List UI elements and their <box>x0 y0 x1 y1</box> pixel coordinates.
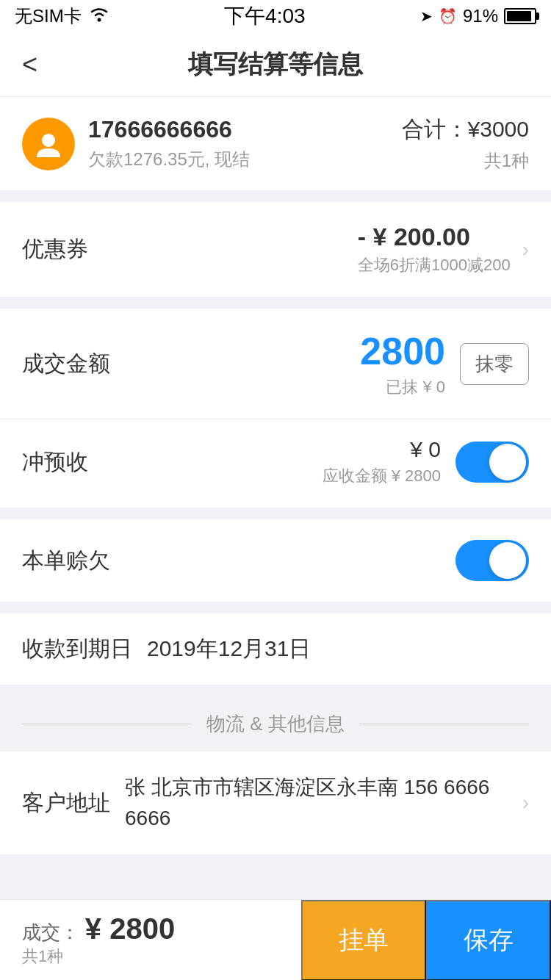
coupon-section: 优惠券 - ¥ 200.00 全场6折满1000减200 › <box>0 202 551 297</box>
transaction-amount-row: 成交金额 2800 已抹 ¥ 0 抹零 <box>0 309 551 419</box>
debt-toggle[interactable] <box>455 540 529 581</box>
transaction-sub: 已抹 ¥ 0 <box>360 376 445 398</box>
transaction-right: 2800 已抹 ¥ 0 抹零 <box>360 329 529 398</box>
status-left: 无SIM卡 <box>15 4 109 28</box>
bottom-transaction-label: 成交： <box>22 921 79 943</box>
nav-bar: < 填写结算等信息 <box>0 32 551 97</box>
alarm-icon: ⏰ <box>439 7 457 25</box>
bottom-count: 共1种 <box>22 945 279 968</box>
debt-label: 本单赊欠 <box>22 546 110 576</box>
transaction-value: 2800 <box>360 329 445 373</box>
debt-section: 本单赊欠 <box>0 519 551 602</box>
coupon-amount: - ¥ 200.00 <box>358 223 511 251</box>
page-title: 填写结算等信息 <box>188 48 363 82</box>
precollect-sub: 应收金额 ¥ 2800 <box>323 465 441 487</box>
due-date-label: 收款到期日 <box>22 634 132 664</box>
divider-line-right <box>359 724 529 724</box>
coupon-row[interactable]: 优惠券 - ¥ 200.00 全场6折满1000减200 › <box>0 202 551 297</box>
bottom-bar: 成交： ¥ 2800 共1种 挂单 保存 <box>0 899 551 980</box>
svg-point-1 <box>42 134 55 147</box>
logistics-divider: 物流 & 其他信息 <box>0 696 551 752</box>
total-amount: 合计：¥3000 <box>402 115 529 145</box>
bottom-amount: ¥ 2800 <box>85 912 175 945</box>
logistics-label: 物流 & 其他信息 <box>206 711 345 737</box>
precollect-row: 冲预收 ¥ 0 应收金额 ¥ 2800 <box>0 419 551 508</box>
avatar <box>22 118 75 170</box>
content: 17666666666 欠款1276.35元, 现结 合计：¥3000 共1种 … <box>0 97 551 954</box>
location-icon: ➤ <box>420 7 433 25</box>
coupon-label: 优惠券 <box>22 234 88 264</box>
due-date-section: 收款到期日 2019年12月31日 <box>0 613 551 685</box>
battery-percent: 91% <box>463 6 498 26</box>
bottom-transaction-row: 成交： ¥ 2800 <box>22 912 279 945</box>
back-button[interactable]: < <box>22 49 37 80</box>
precollect-amounts: ¥ 0 应收金额 ¥ 2800 <box>323 437 441 487</box>
address-section[interactable]: 客户地址 张 北京市市辖区海淀区永丰南 156 6666 6666 › <box>0 752 551 854</box>
save-button[interactable]: 保存 <box>426 900 551 981</box>
debt-toggle-knob <box>489 542 526 579</box>
chevron-right-icon: › <box>522 238 529 262</box>
carrier-text: 无SIM卡 <box>15 4 82 28</box>
address-value: 张 北京市市辖区海淀区永丰南 156 6666 6666 <box>125 772 515 834</box>
transaction-section: 成交金额 2800 已抹 ¥ 0 抹零 冲预收 ¥ 0 应收金额 ¥ 2800 <box>0 309 551 508</box>
customer-note: 欠款1276.35元, 现结 <box>88 148 250 171</box>
battery-icon <box>504 8 536 24</box>
total-count: 共1种 <box>402 149 529 173</box>
due-date-value: 2019年12月31日 <box>147 634 311 664</box>
precollect-main: ¥ 0 <box>323 437 441 462</box>
customer-right: 合计：¥3000 共1种 <box>402 115 529 173</box>
bottom-info: 成交： ¥ 2800 共1种 <box>0 912 301 968</box>
divider-line-left <box>22 724 192 724</box>
coupon-right: - ¥ 200.00 全场6折满1000减200 › <box>358 223 529 276</box>
customer-card: 17666666666 欠款1276.35元, 现结 合计：¥3000 共1种 <box>0 97 551 190</box>
address-chevron-icon: › <box>522 791 529 815</box>
hold-button[interactable]: 挂单 <box>301 900 426 981</box>
address-label: 客户地址 <box>22 788 110 818</box>
precollect-toggle[interactable] <box>455 442 529 483</box>
precollect-label: 冲预收 <box>22 447 88 478</box>
status-time: 下午4:03 <box>224 2 306 30</box>
coupon-desc: 全场6折满1000减200 <box>358 254 511 276</box>
status-right: ➤ ⏰ 91% <box>420 6 536 26</box>
status-bar: 无SIM卡 下午4:03 ➤ ⏰ 91% <box>0 0 551 32</box>
customer-info: 17666666666 欠款1276.35元, 现结 <box>88 116 250 171</box>
customer-left: 17666666666 欠款1276.35元, 现结 <box>22 116 250 171</box>
customer-phone: 17666666666 <box>88 116 250 143</box>
round-button[interactable]: 抹零 <box>460 343 529 385</box>
toggle-knob <box>489 444 526 480</box>
precollect-right: ¥ 0 应收金额 ¥ 2800 <box>323 437 529 487</box>
amount-value-wrap: 2800 已抹 ¥ 0 <box>360 329 445 398</box>
transaction-label: 成交金额 <box>22 349 110 379</box>
wifi-icon <box>89 6 109 26</box>
svg-point-0 <box>97 18 101 22</box>
